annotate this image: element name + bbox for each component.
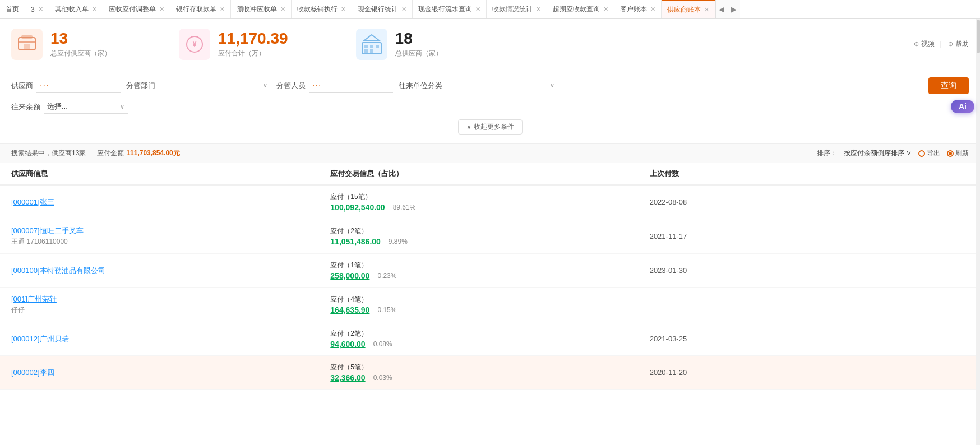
nav-tab-bank-deposit[interactable]: 银行存取款单 ✕ <box>170 0 231 19</box>
close-icon[interactable]: ✕ <box>159 6 164 13</box>
nav-tab-ap-adjust[interactable]: 应收应付调整单 ✕ <box>103 0 170 19</box>
person-input[interactable]: ··· <box>309 79 393 93</box>
table-row: [000100]本特勒油品有限公司 应付（1笔） 258,000.00 0.23… <box>0 254 980 288</box>
table-row: [000007]恒旺二手叉车 王通 17106110000 应付（2笔） 11,… <box>0 219 980 254</box>
last-pay-cell: 2023-01-30 <box>650 266 969 275</box>
refresh-icon <box>947 150 954 157</box>
supplier-link[interactable]: [000100]本特勒油品有限公司 <box>11 266 105 275</box>
trans-info-cell: 应付（2笔） 11,051,486.00 9.89% <box>330 226 649 246</box>
nav-tab-cash-bank-stat[interactable]: 现金银行统计 ✕ <box>352 0 413 19</box>
top-right-links: ⊙ 视频 ｜ ⊙ 帮助 <box>912 39 969 49</box>
collapse-button[interactable]: ∧ 收起更多条件 <box>458 119 523 135</box>
chevron-down-icon: ∨ <box>550 82 554 89</box>
nav-tab-home[interactable]: 首页 <box>0 0 25 19</box>
stat-divider-2 <box>322 30 322 58</box>
close-icon[interactable]: ✕ <box>650 6 655 13</box>
nav-tab-cash-bank-flow[interactable]: 现金银行流水查询 ✕ <box>413 0 487 19</box>
supplier-link[interactable]: [000001]张三 <box>11 198 54 206</box>
nav-tab-advance[interactable]: 预收冲应收单 ✕ <box>231 0 292 19</box>
col-last-pay: 上次付数 <box>650 169 969 179</box>
refresh-button[interactable]: 刷新 <box>947 149 969 158</box>
close-icon[interactable]: ✕ <box>341 6 346 13</box>
ai-button[interactable]: Ai <box>951 100 974 113</box>
table-row: [000001]张三 应付（15笔） 100,092,540.00 89.61%… <box>0 186 980 219</box>
chevron-down-icon: ∨ <box>263 82 267 89</box>
supplier-link[interactable]: [000002]李四 <box>11 368 54 377</box>
svg-marker-12 <box>364 35 379 40</box>
table-row: [000012]广州贝瑞 应付（2笔） 94,600.00 0.08% 2021… <box>0 322 980 356</box>
col-trans-info: 应付交易信息（占比） <box>330 169 649 179</box>
scrollbar-thumb[interactable] <box>977 20 980 53</box>
export-button[interactable]: 导出 <box>918 149 940 158</box>
nav-tab-other-income[interactable]: 其他收入单 ✕ <box>49 0 103 19</box>
trans-amount-link[interactable]: 32,366.00 <box>330 373 365 382</box>
filter-dept: 分管部门 ∨ <box>126 80 271 91</box>
last-pay-cell: 2021-03-25 <box>650 335 969 343</box>
supplier-info-cell: [000002]李四 <box>11 368 330 378</box>
trans-info-cell: 应付（2笔） 94,600.00 0.08% <box>330 329 649 349</box>
close-icon[interactable]: ✕ <box>401 6 406 13</box>
trans-amount-link[interactable]: 100,092,540.00 <box>330 203 385 212</box>
filter-row-1: 供应商 ··· 分管部门 ∨ 分管人员 ··· 往来单位分类 ∨ 查询 <box>11 77 969 94</box>
balance-select[interactable]: 选择... ∨ <box>44 100 128 114</box>
chevron-down-icon: ∨ <box>906 149 912 157</box>
stat-text-2: 11,170.39 应付合计（万） <box>218 30 288 58</box>
table-header: 供应商信息 应付交易信息（占比） 上次付数 <box>0 163 980 186</box>
table-body: [000001]张三 应付（15笔） 100,092,540.00 89.61%… <box>0 186 980 445</box>
chevron-down-icon: ∨ <box>120 103 124 110</box>
nav-tab-receipt-stat[interactable]: 收款情况统计 ✕ <box>487 0 547 19</box>
filter-person: 分管人员 ··· <box>276 79 393 93</box>
dept-select[interactable]: ∨ <box>159 80 271 91</box>
supplier-link[interactable]: [001]广州荣轩 <box>11 295 57 303</box>
nav-tab-supplier[interactable]: 供应商账本 ✕ <box>662 0 715 19</box>
nav-right-arrow[interactable]: ▶ <box>728 0 740 19</box>
supplier-link[interactable]: [000007]恒旺二手叉车 <box>11 226 84 235</box>
svg-rect-3 <box>24 44 30 49</box>
supplier-info-cell: [000007]恒旺二手叉车 王通 17106110000 <box>11 226 330 247</box>
trans-info-cell: 应付（1笔） 258,000.00 0.23% <box>330 261 649 280</box>
last-pay-cell: 2021-11-17 <box>650 232 969 240</box>
chevron-up-icon: ∧ <box>466 123 471 131</box>
trans-info-cell: 应付（5笔） 32,366.00 0.03% <box>330 363 649 382</box>
trans-amount-link[interactable]: 11,051,486.00 <box>330 237 381 246</box>
nav-tab-overdue[interactable]: 超期应收款查询 ✕ <box>547 0 614 19</box>
trans-amount-link[interactable]: 94,600.00 <box>330 340 365 349</box>
stats-bar: 13 总应付供应商（家） ¥ 11,170.39 应付合计（万） <box>0 19 980 69</box>
close-icon[interactable]: ✕ <box>280 6 285 13</box>
video-link[interactable]: 视频 <box>921 39 935 49</box>
result-actions: 排序： 按应付余额倒序排序 ∨ 导出 刷新 <box>817 149 969 158</box>
scrollbar[interactable] <box>976 19 980 445</box>
trans-info-cell: 应付（15笔） 100,092,540.00 89.61% <box>330 192 649 212</box>
category-select[interactable]: ∨ <box>446 80 558 91</box>
close-icon[interactable]: ✕ <box>38 6 43 13</box>
trans-info-cell: 应付（4笔） 164,635.90 0.15% <box>330 295 649 314</box>
nav-tab-receipt-exec[interactable]: 收款核销执行 ✕ <box>292 0 352 19</box>
nav-tab-customer[interactable]: 客户账本 ✕ <box>614 0 662 19</box>
last-pay-cell: 2022-08-08 <box>650 198 969 206</box>
trans-amount-link[interactable]: 164,635.90 <box>330 305 369 314</box>
trans-amount-link[interactable]: 258,000.00 <box>330 271 369 280</box>
supplier-input[interactable]: ··· <box>36 79 121 93</box>
close-icon[interactable]: ✕ <box>536 6 541 13</box>
stat-total-payable-suppliers: 13 总应付供应商（家） <box>11 29 111 60</box>
filter-row-2: 往来余额 选择... ∨ <box>11 100 969 114</box>
close-icon[interactable]: ✕ <box>92 6 97 13</box>
filter-balance: 往来余额 选择... ∨ <box>11 100 128 114</box>
close-icon[interactable]: ✕ <box>603 6 608 13</box>
supplier-link[interactable]: [000012]广州贝瑞 <box>11 335 69 343</box>
close-icon[interactable]: ✕ <box>475 6 480 13</box>
svg-rect-9 <box>376 45 379 48</box>
stat-total-suppliers: 18 总供应商（家） <box>356 29 442 60</box>
result-bar: 搜索结果中，供应商13家 应付金额 111,703,854.00元 排序： 按应… <box>0 144 980 163</box>
table-row: [000002]李四 应付（5笔） 32,366.00 0.03% 2020-1… <box>0 356 980 390</box>
close-icon[interactable]: ✕ <box>704 6 709 13</box>
nav-left-arrow[interactable]: ◀ <box>715 0 728 19</box>
table-row: [001]广州荣轩 仔仔 应付（4笔） 164,635.90 0.15% <box>0 288 980 322</box>
search-button[interactable]: 查询 <box>928 77 969 94</box>
nav-tab-3[interactable]: 3 ✕ <box>25 0 49 19</box>
filter-category: 往来单位分类 ∨ <box>399 80 558 91</box>
sort-select[interactable]: 按应付余额倒序排序 ∨ <box>844 149 912 158</box>
svg-rect-8 <box>370 45 373 48</box>
close-icon[interactable]: ✕ <box>220 6 225 13</box>
help-link[interactable]: 帮助 <box>955 39 969 49</box>
